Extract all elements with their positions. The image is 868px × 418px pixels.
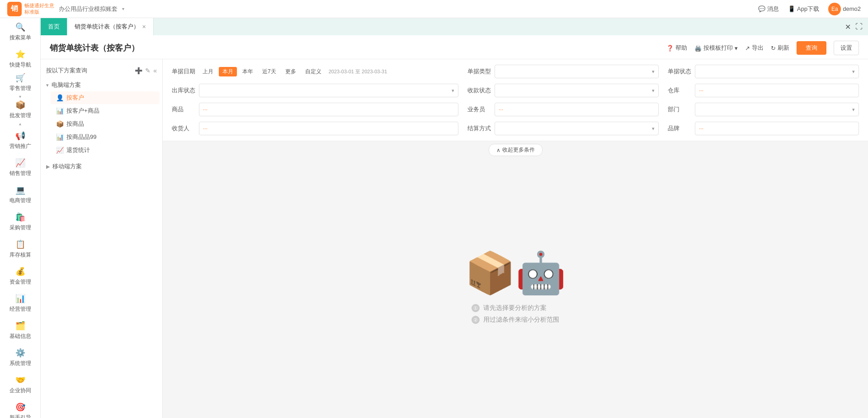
sidebar-item-search[interactable]: 🔍 搜索菜单 [0,18,40,45]
sidebar-item-newbie[interactable]: 🎯 新手引导 [0,398,40,418]
tree-section-desktop: ▾ 电脑端方案 👤 按客户 📊 按客户+商品 [41,77,162,159]
tab-sales-stats[interactable]: 销货单统计表（按客户） ✕ [67,18,154,35]
export-icon: ↗ [745,45,750,52]
date-range: 2023-03-01 至 2023-03-31 [329,68,387,75]
add-scheme-icon[interactable]: ➕ [135,67,142,74]
dept-label: 部门 [668,105,695,114]
sidebar-item-sales[interactable]: 📈 销售管理 [0,154,40,181]
left-panel-icons: ➕ ✎ « [135,67,157,74]
download-icon: 📱 [788,5,795,12]
dept-dropdown-icon: ▾ [852,107,855,113]
sidebar-item-quicknav[interactable]: ⭐ 快捷导航 [0,45,40,72]
out-status-label: 出库状态 [172,86,199,95]
tree-arrow-down-icon: ▾ [46,82,49,88]
query-btn[interactable]: 查询 [797,41,826,55]
tree-section-mobile-header[interactable]: ▶ 移动端方案 [41,161,162,172]
settlement-control[interactable]: ▾ [495,122,659,135]
sidebar-item-ecommerce[interactable]: 💻 电商管理 [0,181,40,208]
sidebar-item-operation[interactable]: 📊 经营管理 [0,290,40,317]
collapse-btn[interactable]: ∧ 收起更多条件 [489,144,542,156]
sidebar: 🔍 搜索菜单 ⭐ 快捷导航 🛒 零售管理 ▾ 📦 批发管理 ▴ 📢 营销推广 📈… [0,18,41,418]
left-panel-header: 按以下方案查询 ➕ ✎ « [41,64,162,77]
sidebar-item-marketing[interactable]: 📢 营销推广 [0,127,40,154]
app-title-dropdown-icon[interactable]: ▾ [122,6,124,11]
tab-close-icon[interactable]: ✕ [142,24,146,30]
doc-status-control[interactable]: ▾ [695,65,859,78]
app-download-action[interactable]: 📱 App下载 [788,5,819,13]
customer-goods-icon: 📊 [56,107,64,114]
sales-icon: 📈 [15,158,25,168]
sidebar-item-basic[interactable]: 🗂️ 基础信息 [0,317,40,344]
content-area: 首页 销货单统计表（按客户） ✕ ✕ ⛶ 销货单统计表（按客户） ❓ 帮助 [41,18,868,418]
edit-scheme-icon[interactable]: ✎ [145,67,151,74]
sidebar-item-finance[interactable]: 💰 资金管理 [0,262,40,290]
out-status-control[interactable]: ▾ [199,84,458,97]
tree-item-return-stats[interactable]: 📈 退货统计 [51,144,160,157]
avatar: Ea [828,3,841,15]
tree-item-return-stats-label: 退货统计 [66,146,90,154]
page-title: 销货单统计表（按客户） [50,43,139,53]
goods-icon: 📦 [56,120,64,128]
template-print-btn[interactable]: 🖨️ 按模板打印 ▾ [694,44,738,52]
date-tab-last7[interactable]: 近7天 [259,66,280,77]
goods99-icon: 📊 [56,133,64,141]
settlement-label: 结算方式 [467,124,495,133]
date-tab-this-year[interactable]: 本年 [239,66,257,77]
wholesale-expand-icon: ▴ [19,121,21,126]
sidebar-item-wholesale[interactable]: 📦 批发管理 ▴ [0,100,40,127]
date-tab-this-month[interactable]: 本月 [219,67,237,76]
tab-bar-close-btn[interactable]: ✕ [845,23,851,31]
export-btn[interactable]: ↗ 导出 [745,44,764,52]
filter-date: 单据日期 上月 本月 本年 近7天 更多 自定义 2023-03-01 至 20… [172,66,458,77]
sidebar-item-inventory[interactable]: 📋 库存核算 [0,235,40,262]
search-icon: 🔍 [15,22,25,32]
payment-status-control[interactable]: ▾ [495,84,659,97]
topbar-right: 💬 消息 📱 App下载 Ea demo2 [758,3,861,15]
salesperson-control[interactable]: ··· [495,103,659,116]
sidebar-item-system[interactable]: ⚙️ 系统管理 [0,344,40,371]
tab-home[interactable]: 首页 [41,18,67,35]
date-tab-last-month[interactable]: 上月 [199,66,217,77]
enterprise-icon: 🤝 [15,375,25,385]
tree-section-desktop-header[interactable]: ▾ 电脑端方案 [41,79,162,91]
payment-status-dropdown-icon: ▾ [652,88,655,94]
filter-panel: 单据日期 上月 本月 本年 近7天 更多 自定义 2023-03-01 至 20… [163,59,868,141]
payment-status-label: 收款状态 [467,86,495,95]
recipient-control[interactable]: ··· [199,122,458,135]
goods-control[interactable]: ··· [199,103,458,116]
message-action[interactable]: 💬 消息 [758,5,779,13]
filter-settlement: 结算方式 ▾ [467,122,659,135]
tab-bar-maximize-btn[interactable]: ⛶ [855,23,863,31]
sidebar-item-retail[interactable]: 🛒 零售管理 ▾ [0,72,40,100]
help-btn[interactable]: ❓ 帮助 [666,44,687,52]
newbie-icon: 🎯 [15,402,25,412]
filter-payment-status: 收款状态 ▾ [467,84,659,97]
tree-item-by-customer-label: 按客户 [66,94,84,102]
tree-item-by-goods99[interactable]: 📊 按商品品99 [51,131,160,143]
sidebar-item-purchase[interactable]: 🛍️ 采购管理 [0,208,40,235]
sidebar-item-enterprise[interactable]: 🤝 企业协同 [0,371,40,398]
date-tab-more[interactable]: 更多 [282,66,300,77]
brand-control[interactable]: ··· [695,122,859,135]
collapse-panel-icon[interactable]: « [153,67,157,74]
tree-item-by-customer-goods[interactable]: 📊 按客户+商品 [51,104,160,117]
tree-item-by-goods[interactable]: 📦 按商品 [51,118,160,130]
doc-type-control[interactable]: ▾ [495,65,659,78]
filter-row-1: 单据日期 上月 本月 本年 近7天 更多 自定义 2023-03-01 至 20… [172,65,859,78]
refresh-btn[interactable]: ↻ 刷新 [771,44,789,52]
date-tab-custom[interactable]: 自定义 [302,66,325,77]
logo-text: 畅捷通好生意 标准版 [24,3,54,14]
help-icon: ❓ [666,45,674,52]
return-stats-icon: 📈 [56,147,64,154]
tree-item-by-customer[interactable]: 👤 按客户 [51,91,160,104]
date-label: 单据日期 [172,67,199,76]
collapse-up-icon: ∧ [496,147,500,153]
filter-doc-status: 单据状态 ▾ [668,65,859,78]
settings-btn[interactable]: 设置 [834,41,859,55]
dept-control[interactable]: ▾ [695,103,859,116]
tab-bar: 首页 销货单统计表（按客户） ✕ ✕ ⛶ [41,18,868,35]
warehouse-control[interactable]: ··· [695,84,859,97]
hint-num-1: ① [472,304,480,312]
empty-illustration: 📦🤖 [465,249,566,297]
user-area[interactable]: Ea demo2 [828,3,861,15]
